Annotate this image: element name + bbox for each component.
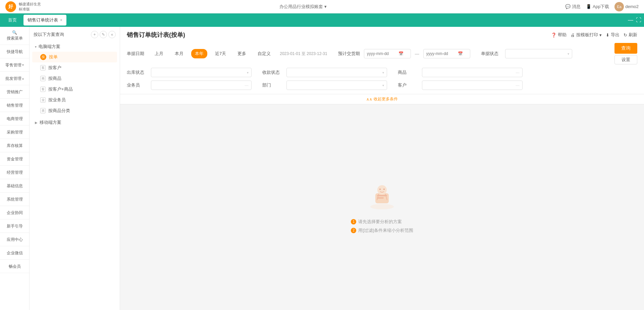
dept-select[interactable]: ▾ bbox=[286, 81, 387, 90]
refresh-btn[interactable]: ↻ 刷新 bbox=[624, 32, 637, 38]
calendar-to-icon: 📅 bbox=[458, 51, 463, 56]
customer-dots-icon[interactable]: ··· bbox=[516, 83, 520, 88]
scheme-item-by-category[interactable]: 类 按商品分类 bbox=[32, 105, 117, 116]
sales-select[interactable]: ··· bbox=[151, 81, 252, 90]
active-tab-label: 销售订单统计表 bbox=[28, 17, 58, 23]
tab-close-icon[interactable]: × bbox=[60, 18, 62, 22]
user-name: demo2 bbox=[625, 4, 639, 9]
message-label: 消息 bbox=[572, 4, 581, 10]
user-area[interactable]: Ea demo2 bbox=[614, 2, 639, 11]
filter-row-3: 业务员 ··· 部门 ▾ 客户 ··· bbox=[127, 81, 637, 90]
date-range-text: 2023-01-01 至 2023-12-31 bbox=[280, 51, 327, 57]
refresh-label: 刷新 bbox=[629, 32, 637, 38]
pay-select[interactable]: ▾ bbox=[286, 68, 387, 77]
pc-group-label: 电脑端方案 bbox=[39, 44, 60, 50]
sidebar-item-corp[interactable]: 企业协同 bbox=[0, 206, 29, 219]
sales-label: 业务员 bbox=[127, 82, 147, 88]
scheme-label-goods: 按商品 bbox=[48, 75, 61, 82]
mobile-scheme-group: ▶ 移动端方案 bbox=[32, 117, 117, 127]
sidebar-item-basic[interactable]: 基础信息 bbox=[0, 179, 29, 193]
tab-collapse-btn[interactable]: — bbox=[628, 17, 633, 23]
scheme-item-by-order[interactable]: 按 按单 bbox=[32, 52, 117, 62]
date-btn-this-month[interactable]: 本月 bbox=[171, 49, 187, 58]
left-panel-header: 按以下方案查询 + ✎ « bbox=[32, 31, 117, 38]
export-btn[interactable]: ⬇ 导出 bbox=[606, 32, 620, 38]
shipping-arrow: ▾ bbox=[247, 71, 249, 74]
customer-select[interactable]: ··· bbox=[422, 81, 523, 90]
top-bar-right: 💬 消息 📱 App下载 Ea demo2 bbox=[565, 2, 639, 11]
date-to-input[interactable] bbox=[426, 51, 457, 56]
sidebar-item-finance[interactable]: 资金管理 bbox=[0, 152, 29, 166]
sidebar-item-purchase[interactable]: 采购管理 bbox=[0, 125, 29, 139]
goods-select[interactable]: ··· bbox=[422, 68, 523, 77]
pc-group-arrow: ▾ bbox=[35, 45, 37, 49]
avatar: Ea bbox=[614, 2, 624, 11]
app-name-arrow[interactable]: ▾ bbox=[324, 4, 327, 9]
sidebar-item-sales[interactable]: 销售管理 bbox=[0, 99, 29, 112]
sidebar-item-marketing[interactable]: 营销推广 bbox=[0, 85, 29, 99]
shipping-label: 出库状态 bbox=[127, 69, 147, 75]
sidebar-item-search[interactable]: 🔍 搜索菜单 bbox=[0, 27, 29, 45]
date-from-wrap[interactable]: 📅 bbox=[364, 49, 411, 58]
scheme-item-by-salesperson[interactable]: 业 按业务员 bbox=[32, 95, 117, 105]
app-download-btn[interactable]: 📱 App下载 bbox=[586, 4, 609, 10]
sidebar-item-newuser[interactable]: 新手引导 bbox=[0, 219, 29, 233]
edit-scheme-btn[interactable]: ✎ bbox=[100, 31, 107, 38]
date-btn-more[interactable]: 更多 bbox=[234, 49, 250, 58]
right-panel: 销售订单统计表(按单) ❓ 帮助 🖨 按模板打印 ▾ ⬇ 导出 bbox=[120, 27, 644, 310]
print-btn[interactable]: 🖨 按模板打印 ▾ bbox=[571, 32, 602, 38]
collapse-bar[interactable]: ∧∧ 收起更多条件 bbox=[120, 94, 644, 104]
sidebar-item-ecommerce[interactable]: 电商管理 bbox=[0, 112, 29, 125]
date-btn-last-month[interactable]: 上月 bbox=[151, 49, 167, 58]
tab-expand-btn[interactable]: ⛶ bbox=[636, 17, 641, 23]
page-title-actions: ❓ 帮助 🖨 按模板打印 ▾ ⬇ 导出 ↻ 刷新 bbox=[551, 32, 637, 38]
page-title: 销售订单统计表(按单) bbox=[127, 31, 185, 39]
sidebar-item-quick-nav[interactable]: 快捷导航 bbox=[0, 45, 29, 58]
empty-hints: 1 请先选择要分析的方案 2 用[过滤]条件来缩小分析范围 bbox=[351, 217, 413, 235]
date-btn-this-year[interactable]: 本年 bbox=[191, 49, 207, 58]
sidebar-item-retail[interactable]: 零售管理 ▾ bbox=[0, 58, 29, 72]
app-name-area[interactable]: 办公用品行业模拟账套 ▾ bbox=[279, 4, 327, 10]
status-label: 单据状态 bbox=[481, 51, 501, 57]
date-to-wrap[interactable]: 📅 bbox=[423, 49, 470, 58]
pc-scheme-group-header[interactable]: ▾ 电脑端方案 bbox=[32, 42, 117, 52]
status-select[interactable]: ▾ bbox=[505, 49, 572, 58]
scheme-item-by-goods[interactable]: 商 按商品 bbox=[32, 73, 117, 84]
left-panel-title: 按以下方案查询 bbox=[34, 32, 64, 38]
goods-dots-icon[interactable]: ··· bbox=[516, 70, 520, 75]
add-scheme-btn[interactable]: + bbox=[91, 31, 98, 38]
sidebar-item-member[interactable]: 畅会员 bbox=[0, 260, 29, 273]
date-from-input[interactable] bbox=[367, 51, 397, 56]
date-btn-7days[interactable]: 近7天 bbox=[211, 49, 230, 58]
sidebar-item-inventory[interactable]: 库存核算 bbox=[0, 139, 29, 152]
sales-dots-icon[interactable]: ··· bbox=[245, 83, 249, 88]
shipping-select[interactable]: ▾ bbox=[151, 68, 252, 77]
settings-btn[interactable]: 设置 bbox=[614, 55, 637, 64]
tab-bar-actions: — ⛶ bbox=[628, 17, 641, 23]
scheme-label-salesperson: 按业务员 bbox=[48, 97, 66, 103]
home-tab[interactable]: 首页 bbox=[3, 15, 22, 25]
scheme-item-by-customer-goods[interactable]: 客 按客户+商品 bbox=[32, 84, 117, 95]
active-tab[interactable]: 销售订单统计表 × bbox=[23, 15, 66, 25]
pay-label: 收款状态 bbox=[262, 69, 282, 75]
sidebar-item-system[interactable]: 系统管理 bbox=[0, 193, 29, 206]
hint-text-2: 用[过滤]条件来缩小分析范围 bbox=[358, 226, 413, 235]
sidebar-item-wechat[interactable]: 企业微信 bbox=[0, 246, 29, 260]
wholesale-arrow: ▴ bbox=[22, 76, 24, 80]
scheme-item-by-customer[interactable]: 客 按客户 bbox=[32, 62, 117, 73]
scheme-label-category: 按商品分类 bbox=[48, 108, 70, 114]
hint-item-2: 2 用[过滤]条件来缩小分析范围 bbox=[351, 226, 413, 235]
scheme-icon-goods: 商 bbox=[40, 76, 46, 81]
help-btn[interactable]: ❓ 帮助 bbox=[551, 32, 567, 38]
svg-point-0 bbox=[370, 204, 394, 209]
sidebar-item-operations[interactable]: 经营管理 bbox=[0, 166, 29, 179]
collapse-up-icon: ∧∧ bbox=[366, 97, 372, 102]
collapse-panel-btn[interactable]: « bbox=[108, 31, 116, 38]
app-name-label: 办公用品行业模拟账套 bbox=[279, 4, 323, 10]
date-btn-custom[interactable]: 自定义 bbox=[254, 49, 274, 58]
query-btn[interactable]: 查询 bbox=[614, 43, 637, 54]
mobile-scheme-group-header[interactable]: ▶ 移动端方案 bbox=[32, 117, 117, 127]
message-btn[interactable]: 💬 消息 bbox=[565, 4, 581, 10]
sidebar-item-wholesale[interactable]: 批发管理 ▴ bbox=[0, 72, 29, 85]
sidebar-item-apps[interactable]: 应用中心 bbox=[0, 233, 29, 246]
